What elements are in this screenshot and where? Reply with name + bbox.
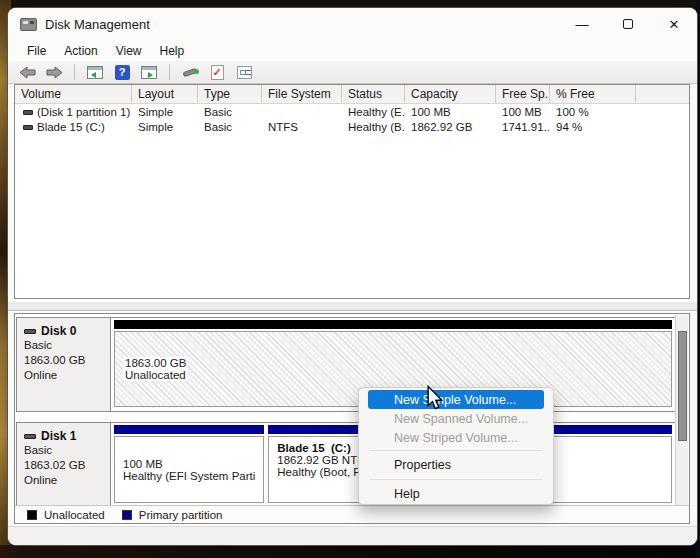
- volume-free-space: 1741.91...: [496, 121, 550, 133]
- legend-label: Unallocated: [44, 509, 105, 521]
- wand-button[interactable]: [179, 63, 201, 82]
- legend-swatch-unallocated: [27, 510, 37, 520]
- action-pane-icon: [141, 66, 157, 79]
- disk-management-icon: [20, 18, 37, 31]
- volume-type: Basic: [198, 121, 262, 133]
- volume-layout: Simple: [132, 121, 198, 133]
- back-icon: [19, 66, 36, 79]
- volume-name: (Disk 1 partition 1): [37, 106, 130, 118]
- status-strip: [8, 526, 697, 545]
- volume-list-header: Volume Layout Type File System Status Ca…: [15, 85, 689, 104]
- toolbar-separator: [169, 64, 170, 80]
- menu-item-properties[interactable]: Properties: [359, 454, 553, 476]
- partition-status: Healthy (EFI System Parti: [123, 470, 255, 482]
- disk-0-row: Disk 0 Basic 1863.00 GB Online 1863.00 G…: [16, 317, 676, 412]
- disk-name: Disk 0: [41, 324, 76, 338]
- disk-management-window: Disk Management — ✕ File Action View Hel…: [8, 8, 697, 545]
- minimize-button[interactable]: —: [559, 8, 605, 40]
- volume-type: Basic: [198, 106, 262, 118]
- action-pane-button[interactable]: [138, 63, 160, 82]
- mouse-cursor: [426, 385, 444, 415]
- disk-0-header[interactable]: Disk 0 Basic 1863.00 GB Online: [17, 318, 111, 411]
- partition-color-strip: [114, 425, 264, 434]
- column-header-volume[interactable]: Volume: [15, 85, 132, 103]
- vertical-scrollbar[interactable]: [675, 315, 688, 506]
- context-menu: New Simple Volume... New Spanned Volume.…: [358, 387, 554, 505]
- volume-capacity: 1862.92 GB: [405, 121, 496, 133]
- legend-label: Primary partition: [139, 509, 223, 521]
- volume-icon: [23, 125, 33, 130]
- disk-type: Basic: [24, 338, 106, 353]
- menu-help[interactable]: Help: [151, 42, 194, 60]
- maximize-icon: [623, 19, 633, 29]
- scrollbar-thumb[interactable]: [678, 331, 687, 441]
- partition-status: Unallocated: [125, 369, 186, 381]
- disk-status: Online: [24, 473, 106, 488]
- volume-layout: Simple: [132, 106, 198, 118]
- menu-file[interactable]: File: [18, 42, 55, 60]
- column-header-capacity[interactable]: Capacity: [405, 85, 496, 103]
- volume-file-system: NTFS: [262, 121, 342, 133]
- volume-list-pane: Volume Layout Type File System Status Ca…: [14, 84, 690, 299]
- column-header-pct-free[interactable]: % Free: [550, 85, 636, 103]
- menu-item-new-striped-volume: New Striped Volume...: [359, 428, 553, 447]
- menu-action[interactable]: Action: [55, 42, 106, 60]
- partition-color-strip: [114, 320, 672, 329]
- disk-1-header[interactable]: Disk 1 Basic 1863.02 GB Online: [17, 423, 111, 507]
- console-tree-button[interactable]: [84, 63, 106, 82]
- volume-status: Healthy (E...: [342, 106, 405, 118]
- column-header-type[interactable]: Type: [198, 85, 262, 103]
- menu-item-new-simple-volume[interactable]: New Simple Volume...: [368, 390, 544, 409]
- volume-capacity: 100 MB: [405, 106, 496, 118]
- disk-name: Disk 1: [41, 429, 76, 443]
- maximize-button[interactable]: [605, 8, 651, 40]
- toolbar-separator: [74, 64, 75, 80]
- disk-size: 1863.02 GB: [24, 458, 106, 473]
- menu-bar: File Action View Help: [8, 40, 697, 61]
- toolbar: ?: [8, 61, 697, 84]
- console-tree-icon: [87, 66, 103, 79]
- partition-size: 100 MB: [123, 458, 255, 470]
- volume-free-space: 100 MB: [496, 106, 550, 118]
- window-title: Disk Management: [45, 17, 150, 32]
- disk-size: 1863.00 GB: [24, 353, 106, 368]
- help-icon: ?: [115, 65, 130, 80]
- partition-efi[interactable]: 100 MB Healthy (EFI System Parti: [114, 425, 264, 505]
- menu-separator: [369, 450, 543, 451]
- properties-icon: [237, 66, 252, 79]
- column-header-status[interactable]: Status: [342, 85, 405, 103]
- partition-size: 1863.00 GB: [125, 357, 186, 369]
- pane-splitter[interactable]: [8, 301, 697, 311]
- column-header-blank: [636, 85, 689, 103]
- wand-icon: [183, 67, 198, 76]
- volume-pct-free: 100 %: [550, 106, 636, 118]
- help-button[interactable]: ?: [111, 63, 133, 82]
- checklist-button[interactable]: [206, 63, 228, 82]
- disk-1-row: Disk 1 Basic 1863.02 GB Online 100 MB He…: [16, 422, 676, 508]
- disk-icon: [24, 329, 36, 334]
- disk-status: Online: [24, 368, 106, 383]
- column-header-file-system[interactable]: File System: [262, 85, 342, 103]
- properties-button[interactable]: [233, 63, 255, 82]
- volume-status: Healthy (B...: [342, 121, 405, 133]
- close-button[interactable]: ✕: [651, 8, 697, 40]
- legend-bar: Unallocated Primary partition: [15, 505, 689, 523]
- volume-icon: [23, 110, 33, 115]
- volume-name: Blade 15 (C:): [37, 121, 105, 133]
- column-header-free-space[interactable]: Free Sp...: [496, 85, 550, 103]
- table-row[interactable]: Blade 15 (C:) Simple Basic NTFS Healthy …: [15, 119, 689, 134]
- table-row[interactable]: (Disk 1 partition 1) Simple Basic Health…: [15, 104, 689, 119]
- back-button[interactable]: [16, 63, 38, 82]
- menu-separator: [369, 479, 543, 480]
- graphical-view-pane: Disk 0 Basic 1863.00 GB Online 1863.00 G…: [14, 313, 690, 524]
- legend-swatch-primary: [122, 510, 132, 520]
- disk-type: Basic: [24, 443, 106, 458]
- forward-button[interactable]: [43, 63, 65, 82]
- title-bar: Disk Management — ✕: [8, 8, 697, 40]
- disk-icon: [24, 434, 36, 439]
- menu-item-help[interactable]: Help: [359, 483, 553, 505]
- column-header-layout[interactable]: Layout: [132, 85, 198, 103]
- menu-item-new-spanned-volume: New Spanned Volume...: [359, 409, 553, 428]
- menu-view[interactable]: View: [107, 42, 151, 60]
- volume-pct-free: 94 %: [550, 121, 636, 133]
